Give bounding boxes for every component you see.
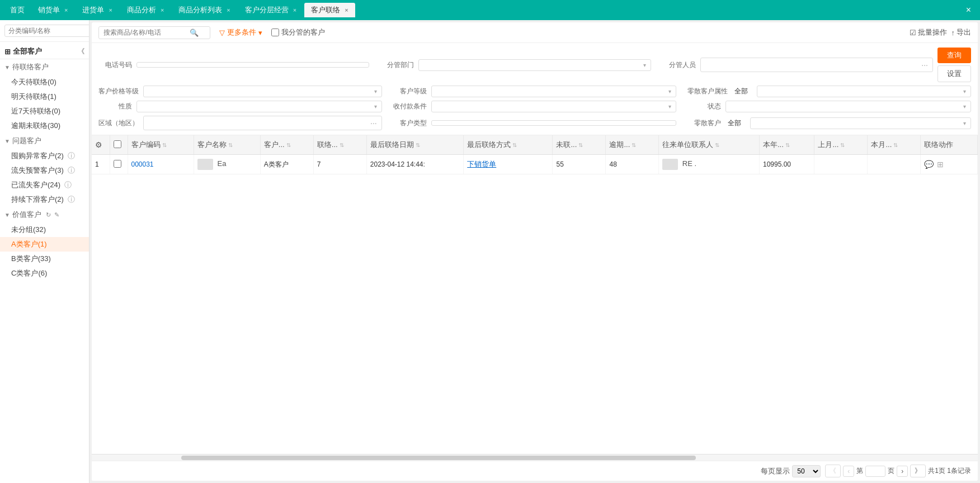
tab-sales-order[interactable]: 销货单 × [31,3,74,17]
sidebar-item-overdue[interactable]: 逾期未联络(30) [0,119,89,133]
cust-level-input[interactable]: ▾ [431,86,677,97]
row-last-month [814,155,868,174]
sort-icon-year[interactable]: ⇅ [785,142,790,148]
table-header-row: ⚙ 客户编码⇅ 客户名称⇅ 客户...⇅ [92,135,978,155]
row-code[interactable]: 000031 [128,155,194,174]
price-level-input[interactable]: ▾ [143,86,382,97]
edit-icon[interactable]: ✎ [54,211,59,219]
sidebar: 🔍 ⊞ 全部客户 《 ▼ 待联络客户 今天待联络(0) 明天待联络(1) 近7天… [0,20,89,483]
tab-purchase-order[interactable]: 进货单 × [76,3,119,17]
tab-customer-segment[interactable]: 客户分层经营 × [238,3,303,17]
close-tab-customer-segment[interactable]: × [293,7,296,13]
sidebar-item-today[interactable]: 今天待联络(0) [0,75,89,89]
section-pending-contact[interactable]: ▼ 待联络客户 [0,59,89,75]
close-tab-customer-contact[interactable]: × [345,7,348,13]
more-conditions-button[interactable]: ▽ 更多条件 ▾ [215,26,267,39]
query-button[interactable]: 查询 [937,48,971,63]
filter-manager: 分管人员 ··· [662,58,933,72]
row-last-contact-way[interactable]: 下销货单 [464,155,553,174]
main-search-input[interactable] [103,29,187,36]
sidebar-all-customers[interactable]: ⊞ 全部客户 《 [0,42,89,59]
nav-home[interactable]: 首页 [4,3,30,17]
sort-icon-unit[interactable]: ⇅ [715,142,719,148]
page-number-input[interactable]: 1 [865,466,885,477]
select-all-checkbox[interactable] [114,140,121,148]
setting-button[interactable]: 设置 [937,65,971,82]
sidebar-item-a-class[interactable]: A类客户(1) [0,237,89,252]
grid-settings-icon[interactable]: ⚙ [95,140,102,149]
close-tab-sales-order[interactable]: × [64,7,68,13]
pay-condition-input[interactable]: ▾ [431,101,677,112]
section-problem-customers[interactable]: ▼ 问题客户 [0,133,89,149]
batch-operation-button[interactable]: ☑ 批量操作 [910,27,947,37]
sort-icon-this-month[interactable]: ⇅ [893,142,898,148]
tab-customer-contact[interactable]: 客户联络 × [304,3,355,17]
sidebar-collapse-button[interactable]: 《 [78,47,84,56]
export-button[interactable]: ↑ 导出 [951,27,972,37]
all-customers-icon: ⊞ [4,48,11,56]
sidebar-item-no-group[interactable]: 未分组(32) [0,222,89,237]
sidebar-item-churn-warning[interactable]: 流失预警客户(3) ⓘ [0,163,89,178]
qr-icon[interactable]: ⊞ [937,160,944,169]
sort-icon-name[interactable]: ⇅ [228,142,233,148]
sidebar-item-abnormal[interactable]: 囤购异常客户(2) ⓘ [0,149,89,163]
page-size-select[interactable]: 50 100 200 [792,465,821,477]
customer-table: ⚙ 客户编码⇅ 客户名称⇅ 客户...⇅ [92,135,978,174]
th-last-contact-way: 最后联络方式⇅ [464,135,553,155]
th-last-month: 上月...⇅ [814,135,868,155]
close-tab-product-analysis[interactable]: × [161,7,164,13]
filter-row-1: 电话号码 分管部门 ▾ 分管人员 ··· [98,48,971,82]
main-search-icon[interactable]: 🔍 [190,29,199,37]
tab-product-analysis[interactable]: 商品分析 × [120,3,171,17]
chat-icon[interactable]: 💬 [924,160,934,169]
sidebar-item-tomorrow[interactable]: 明天待联络(1) [0,89,89,104]
sidebar-search-input[interactable] [4,25,89,37]
sort-icon-no-contact[interactable]: ⇅ [578,142,583,148]
sidebar-item-7days[interactable]: 近7天待联络(0) [0,104,89,119]
filter-price-level: 客户价格等级 ▾ [98,86,382,97]
filter-retail-attr: 零散客户属性 全部 ▾ [687,86,971,97]
prev-page-button[interactable]: ‹ [843,466,854,477]
sidebar-item-c-class[interactable]: C类客户(6) [0,266,89,281]
retail-customer-input[interactable]: ▾ [750,117,971,129]
last-page-button[interactable]: 》 [910,465,926,477]
cust-type-input[interactable] [431,120,677,126]
sort-icon-type[interactable]: ⇅ [286,142,291,148]
sidebar-item-b-class[interactable]: B类客户(33) [0,252,89,266]
window-close-button[interactable]: × [962,3,976,17]
chevron-down-icon: ▾ [258,29,262,37]
sort-icon-way[interactable]: ⇅ [512,142,517,148]
page-label: 第 [856,466,863,476]
my-customers-checkbox[interactable]: 我分管的客户 [271,27,325,37]
horizontal-scrollbar[interactable] [92,454,978,461]
my-customers-check[interactable] [271,29,279,36]
th-action: 联络动作 [921,135,978,155]
total-records: 共1页 1条记录 [928,466,971,476]
status-input[interactable]: ▾ [725,101,971,112]
tab-product-analysis-list[interactable]: 商品分析列表 × [172,3,237,17]
sort-icon-date[interactable]: ⇅ [416,142,420,148]
filter-cust-type: 客户类型 [393,119,677,128]
retail-attr-input[interactable]: ▾ [757,86,971,97]
phone-input[interactable] [136,62,369,68]
sidebar-item-churned[interactable]: 已流失客户(24) ⓘ [0,178,89,192]
section-value-customers[interactable]: ▼ 价值客户 ↻ ✎ [0,207,89,222]
dept-input[interactable]: ▾ [418,59,651,71]
query-buttons: 查询 设置 [937,48,971,82]
sidebar-item-declining[interactable]: 持续下滑客户(2) ⓘ [0,192,89,207]
close-tab-product-analysis-list[interactable]: × [227,7,230,13]
close-tab-purchase-order[interactable]: × [109,7,112,13]
sort-icon-last-month[interactable]: ⇅ [840,142,845,148]
sort-icon-code[interactable]: ⇅ [162,142,167,148]
region-input[interactable]: ··· [143,116,382,130]
sort-icon-overdue[interactable]: ⇅ [632,142,636,148]
row-select-checkbox[interactable] [114,160,121,168]
first-page-button[interactable]: 《 [825,465,841,477]
row-no: 1 [92,155,110,174]
nature-input[interactable]: ▾ [136,101,382,112]
refresh-icon[interactable]: ↻ [46,211,51,219]
manager-input[interactable]: ··· [700,58,933,72]
sort-icon-contact[interactable]: ⇅ [340,142,344,148]
next-page-button[interactable]: › [897,466,908,477]
scrollbar-thumb[interactable] [181,456,696,460]
